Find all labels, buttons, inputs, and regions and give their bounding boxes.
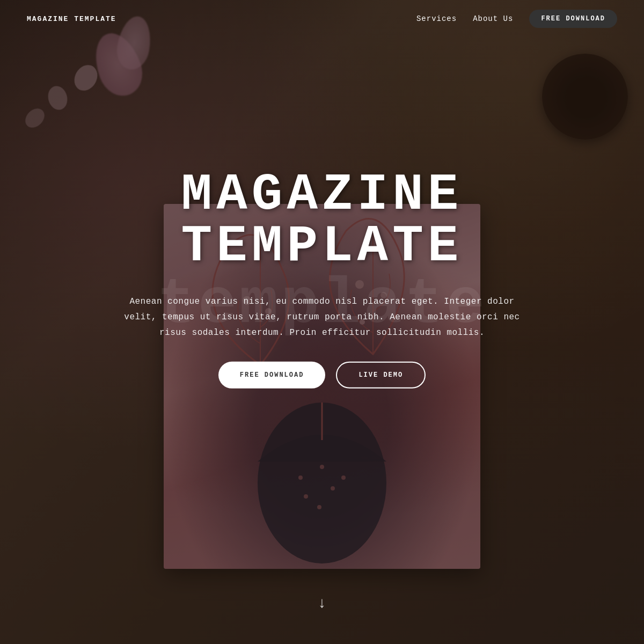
- hero-buttons-container: FREE DOWNLOAD LIVE DEMO: [107, 362, 537, 389]
- hero-section: template MAGAZINE TEMPLATE Services Abou…: [0, 0, 644, 644]
- hero-description: Aenean congue varius nisi, eu commodo ni…: [118, 294, 526, 340]
- nav-link-services[interactable]: Services: [416, 14, 457, 23]
- nav-logo: MAGAZINE TEMPLATE: [27, 15, 116, 23]
- navigation: MAGAZINE TEMPLATE Services About Us FREE…: [0, 0, 644, 38]
- live-demo-button[interactable]: LIVE DEMO: [336, 362, 426, 389]
- scroll-down-arrow[interactable]: ↓: [318, 595, 327, 612]
- nav-cta-button[interactable]: FREE DOWNLOAD: [529, 10, 617, 28]
- download-button[interactable]: FREE DOWNLOAD: [218, 362, 326, 389]
- hero-content: MAGAZINE TEMPLATE Aenean congue varius n…: [107, 170, 537, 389]
- nav-links-container: Services About Us FREE DOWNLOAD: [416, 10, 617, 28]
- hero-title: MAGAZINE TEMPLATE: [107, 170, 537, 273]
- nav-link-about[interactable]: About Us: [473, 14, 513, 23]
